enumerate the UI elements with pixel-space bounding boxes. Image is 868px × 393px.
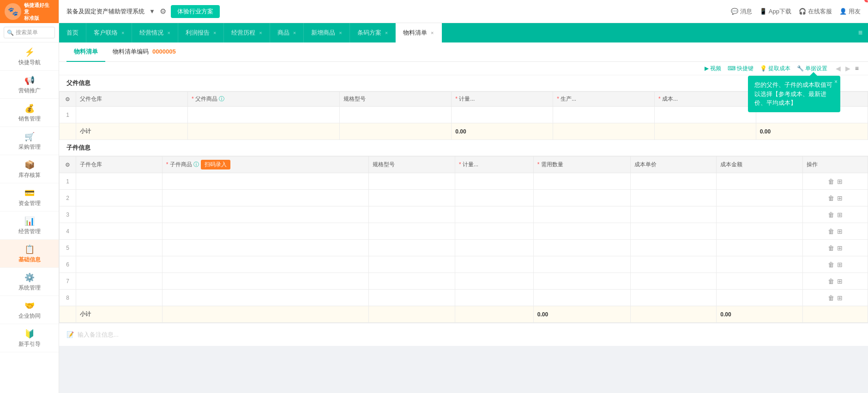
delete-icon[interactable]: 🗑 bbox=[828, 294, 834, 302]
note-placeholder[interactable]: 输入备注信息... bbox=[78, 331, 119, 339]
parent-cell-product[interactable] bbox=[188, 107, 340, 123]
child-cell-warehouse-2[interactable] bbox=[76, 190, 163, 206]
child-cell-warehouse-4[interactable] bbox=[76, 223, 163, 240]
close-icon[interactable]: × bbox=[385, 30, 388, 36]
parent-cell-unit[interactable] bbox=[452, 107, 553, 123]
sidebar-item-collab[interactable]: 🤝 企业协同 bbox=[0, 296, 59, 324]
copy-icon[interactable]: ⊞ bbox=[837, 261, 843, 268]
child-cell-product-3[interactable] bbox=[162, 206, 368, 223]
child-cell-qty-5[interactable] bbox=[533, 240, 630, 256]
user-menu[interactable]: 👤 用友 bbox=[839, 7, 861, 16]
delete-icon[interactable]: 🗑 bbox=[828, 211, 834, 218]
gear-button[interactable]: ⚙ bbox=[160, 7, 166, 16]
tab-home[interactable]: 首页 bbox=[59, 23, 86, 42]
child-cell-warehouse-7[interactable] bbox=[76, 273, 163, 290]
copy-icon[interactable]: ⊞ bbox=[837, 244, 843, 252]
child-cell-unit-cost-3[interactable] bbox=[630, 206, 717, 223]
child-cell-unit-2[interactable] bbox=[455, 190, 534, 206]
shortcut-button[interactable]: ⌨ 快捷键 bbox=[728, 65, 753, 73]
sidebar-item-finance[interactable]: 💳 资金管理 bbox=[0, 183, 59, 212]
nav-next-btn[interactable]: ▶ bbox=[844, 64, 852, 73]
app-download[interactable]: 📱 App下载 bbox=[760, 7, 791, 16]
experience-button[interactable]: 体验行业方案 bbox=[171, 5, 220, 18]
nav-prev-btn[interactable]: ◀ bbox=[834, 64, 843, 73]
child-cell-spec-6[interactable] bbox=[369, 256, 455, 273]
tooltip-close-btn[interactable]: × bbox=[834, 78, 838, 86]
delete-icon[interactable]: 🗑 bbox=[828, 178, 834, 185]
copy-icon[interactable]: ⊞ bbox=[837, 228, 843, 235]
child-cell-spec-7[interactable] bbox=[369, 273, 455, 290]
copy-icon[interactable]: ⊞ bbox=[837, 194, 843, 202]
child-cell-unit-cost-4[interactable] bbox=[630, 223, 717, 240]
child-cell-unit-4[interactable] bbox=[455, 223, 534, 240]
close-icon[interactable]: × bbox=[293, 30, 296, 36]
child-cell-unit-5[interactable] bbox=[455, 240, 534, 256]
child-cell-warehouse-3[interactable] bbox=[76, 206, 163, 223]
notifications[interactable]: 💬 消息 6 bbox=[731, 7, 752, 16]
child-cell-qty-7[interactable] bbox=[533, 273, 630, 290]
child-cell-product-4[interactable] bbox=[162, 223, 368, 240]
tab-new-product[interactable]: 新增商品 × bbox=[304, 23, 350, 42]
child-cell-product-8[interactable] bbox=[162, 290, 368, 306]
child-cell-unit-cost-5[interactable] bbox=[630, 240, 717, 256]
single-setting-button[interactable]: 🔧 单据设置 bbox=[797, 65, 827, 73]
child-cell-spec-1[interactable] bbox=[369, 173, 455, 190]
tab-history[interactable]: 经营历程 × bbox=[224, 23, 270, 42]
child-cell-qty-2[interactable] bbox=[533, 190, 630, 206]
child-cell-spec-8[interactable] bbox=[369, 290, 455, 306]
tab-product[interactable]: 商品 × bbox=[270, 23, 304, 42]
child-cell-spec-3[interactable] bbox=[369, 206, 455, 223]
sidebar-item-system[interactable]: ⚙️ 系统管理 bbox=[0, 268, 59, 296]
copy-icon[interactable]: ⊞ bbox=[837, 211, 843, 218]
help-icon[interactable]: ⓘ bbox=[193, 161, 199, 168]
help-icon[interactable]: ⓘ bbox=[219, 96, 224, 102]
delete-icon[interactable]: 🗑 bbox=[828, 194, 834, 202]
delete-icon[interactable]: 🗑 bbox=[828, 278, 834, 285]
delete-icon[interactable]: 🗑 bbox=[828, 244, 834, 252]
close-icon[interactable]: × bbox=[339, 30, 342, 36]
child-cell-unit-7[interactable] bbox=[455, 273, 534, 290]
child-cell-qty-3[interactable] bbox=[533, 206, 630, 223]
tab-operations[interactable]: 经营情况 × bbox=[132, 23, 178, 42]
child-cell-product-7[interactable] bbox=[162, 273, 368, 290]
child-cell-qty-8[interactable] bbox=[533, 290, 630, 306]
tab-barcode[interactable]: 条码方案 × bbox=[350, 23, 396, 42]
close-icon[interactable]: × bbox=[259, 30, 262, 36]
sidebar-item-quick-nav[interactable]: ⚡ 快捷导航 bbox=[0, 42, 59, 71]
online-service[interactable]: 🎧 在线客服 bbox=[799, 7, 832, 16]
child-col-settings[interactable]: ⚙ bbox=[60, 157, 76, 173]
child-cell-product-2[interactable] bbox=[162, 190, 368, 206]
system-dropdown[interactable]: ▼ bbox=[149, 8, 155, 15]
sidebar-item-guide[interactable]: 🔰 新手引导 bbox=[0, 324, 59, 352]
settings-icon[interactable]: ⚙ bbox=[65, 96, 70, 103]
child-cell-warehouse-1[interactable] bbox=[76, 173, 163, 190]
child-cell-warehouse-5[interactable] bbox=[76, 240, 163, 256]
child-cell-warehouse-8[interactable] bbox=[76, 290, 163, 306]
child-cell-unit-cost-1[interactable] bbox=[630, 173, 717, 190]
child-cell-unit-8[interactable] bbox=[455, 290, 534, 306]
close-icon[interactable]: × bbox=[431, 30, 434, 36]
child-cell-qty-1[interactable] bbox=[533, 173, 630, 190]
tab-profit[interactable]: 利润报告 × bbox=[178, 23, 224, 42]
subtab-bom-code[interactable]: 物料清单编码 0000005 bbox=[105, 42, 183, 62]
video-button[interactable]: ▶ 视频 bbox=[705, 65, 721, 73]
parent-cell-spec[interactable] bbox=[340, 107, 452, 123]
child-cell-qty-6[interactable] bbox=[533, 256, 630, 273]
child-cell-unit-cost-6[interactable] bbox=[630, 256, 717, 273]
copy-icon[interactable]: ⊞ bbox=[837, 178, 843, 185]
parent-cell-production[interactable] bbox=[553, 107, 655, 123]
child-cell-unit-6[interactable] bbox=[455, 256, 534, 273]
tab-customer[interactable]: 客户联络 × bbox=[86, 23, 132, 42]
copy-icon[interactable]: ⊞ bbox=[837, 278, 843, 285]
child-cell-spec-4[interactable] bbox=[369, 223, 455, 240]
child-cell-product-6[interactable] bbox=[162, 256, 368, 273]
sidebar-item-purchase[interactable]: 🛒 采购管理 bbox=[0, 127, 59, 155]
tab-bom[interactable]: 物料清单 × bbox=[396, 23, 441, 42]
parent-col-settings[interactable]: ⚙ bbox=[60, 92, 76, 107]
extract-cost-button[interactable]: 💡 提取成本 bbox=[760, 65, 790, 73]
delete-icon[interactable]: 🗑 bbox=[828, 261, 834, 268]
child-cell-qty-4[interactable] bbox=[533, 223, 630, 240]
child-cell-spec-2[interactable] bbox=[369, 190, 455, 206]
copy-icon[interactable]: ⊞ bbox=[837, 294, 843, 302]
sidebar-item-inventory[interactable]: 📦 库存核算 bbox=[0, 155, 59, 183]
